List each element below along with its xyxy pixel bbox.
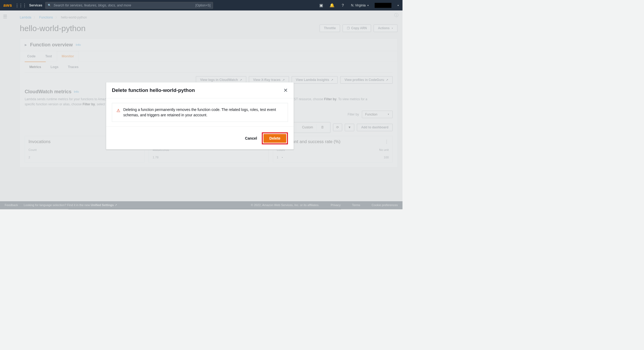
search-input[interactable] [54,3,193,7]
services-link[interactable]: Services [29,3,42,7]
modal-title: Delete function hello-world-python [112,87,283,93]
delete-button[interactable]: Delete [264,134,286,143]
aws-logo[interactable]: aws [3,3,12,8]
delete-warning-alert: ⚠ Deleting a function permanently remove… [112,103,288,122]
cancel-button[interactable]: Cancel [245,136,257,140]
caret-down-icon: ▼ [397,4,399,6]
account-menu[interactable] [375,3,391,8]
global-search[interactable]: 🔍 [Option+S] [45,2,213,9]
notifications-icon[interactable]: 🔔 [330,3,335,8]
delete-function-modal: Delete function hello-world-python ✕ ⚠ D… [106,82,294,150]
cloudshell-icon[interactable]: ▣ [319,3,324,8]
delete-button-highlight: Delete [262,132,288,144]
help-icon[interactable]: ？ [340,3,345,8]
search-shortcut-hint: [Option+S] [195,3,210,7]
region-selector[interactable]: N. Virginia▼ [351,3,369,7]
caret-down-icon: ▼ [367,4,369,6]
close-icon[interactable]: ✕ [283,87,288,94]
search-icon: 🔍 [48,4,51,7]
services-grid-icon[interactable]: ⋮⋮⋮ [15,3,26,8]
warning-icon: ⚠ [116,107,120,118]
top-nav: aws ⋮⋮⋮ Services 🔍 [Option+S] ▣ 🔔 ？ N. V… [0,0,402,10]
